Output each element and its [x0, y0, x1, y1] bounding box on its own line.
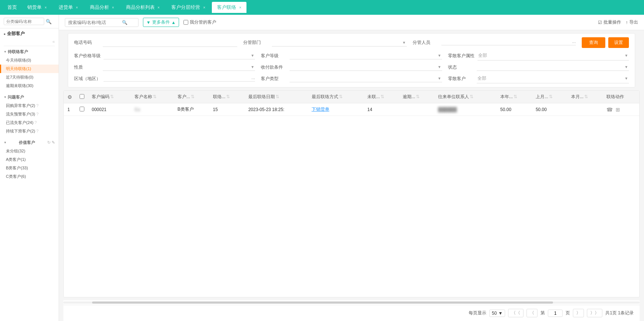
filter-customer-type-label: 客户类型 [261, 76, 287, 82]
filter-phone-label: 电话号码 [74, 39, 100, 46]
select-all-checkbox[interactable] [80, 94, 84, 99]
search-input[interactable] [68, 20, 120, 25]
main-layout: 🔍 全部客户 « 待联络客户 今天待联络(0) 明天待联络(1) 近7天待联络(… [0, 15, 644, 321]
th-checkbox[interactable] [76, 91, 88, 103]
filter-payment-select[interactable]: ▼ [290, 63, 442, 71]
reset-button[interactable]: 设置 [608, 37, 629, 48]
filter-phone-input[interactable] [103, 38, 237, 47]
filter-customer-grade-select[interactable]: ▼ [290, 52, 442, 59]
first-page-btn[interactable]: 〈〈 [508, 309, 524, 317]
nav-item-0[interactable]: 销货单 × [22, 2, 52, 13]
sort-icon[interactable]: ⇅ [416, 94, 420, 99]
close-icon[interactable]: × [239, 6, 241, 10]
filter-price-grade-select[interactable]: ▼ [104, 52, 255, 59]
sidebar-item-c-class[interactable]: C类客户(6) [0, 172, 59, 181]
sidebar-item-at-risk[interactable]: 流失预警客户(3) ? [0, 110, 59, 118]
sidebar-item-today[interactable]: 今天待联络(0) [0, 56, 59, 65]
sidebar-all-customers[interactable]: 全部客户 [0, 28, 59, 39]
scrollbar-thumb[interactable] [92, 301, 553, 304]
sidebar-item-overdue[interactable]: 逾期未联络(30) [0, 82, 59, 90]
td-checkbox[interactable] [76, 103, 88, 116]
sidebar-category-value: 价值客户 ↻ ✎ 未分组(32) A类客户(1) B类客户(33) C类客户(6… [0, 137, 59, 182]
last-page-btn[interactable]: 〉〉 [587, 309, 602, 317]
filter-status-select[interactable]: ▼ [477, 63, 629, 71]
sidebar-item-declining[interactable]: 持续下滑客户(2) ? [0, 127, 59, 135]
td-no-contact: 14 [364, 103, 399, 116]
close-icon[interactable]: × [45, 6, 47, 10]
sort-icon[interactable]: ⇅ [549, 94, 553, 99]
close-icon[interactable]: × [158, 6, 160, 10]
filter-nature-select[interactable]: ▼ [103, 63, 255, 71]
nav-item-5[interactable]: 客户联络 × [212, 2, 246, 13]
sort-icon[interactable]: ⇅ [470, 94, 473, 99]
ellipsis-icon[interactable]: ··· [572, 40, 576, 45]
th-last-contact-method: 最后联络方式⇅ [308, 91, 364, 103]
export-btn[interactable]: ↑ 导出 [626, 19, 638, 25]
value-category-icons[interactable]: ↻ ✎ [47, 140, 55, 145]
sort-icon[interactable]: ⇅ [191, 94, 195, 99]
sort-icon[interactable]: ⇅ [110, 94, 114, 99]
my-customers-checkbox[interactable]: 我分管的客户 [183, 19, 216, 25]
sort-icon[interactable]: ⇅ [339, 94, 343, 99]
sidebar-item-abnormal[interactable]: 回购异常客户(2) ? [0, 101, 59, 110]
nav-home[interactable]: 首页 [4, 2, 21, 13]
page-number-input[interactable] [548, 310, 563, 317]
next-page-btn[interactable]: 〉 [573, 309, 584, 317]
more-conditions-btn[interactable]: ▼ 更多条件 ▲ [143, 18, 179, 27]
batch-operation-btn[interactable]: ☑ 批量操作 [598, 19, 621, 25]
settings-icon[interactable]: ⚙ [67, 94, 72, 100]
nav-item-3[interactable]: 商品分析列表 × [121, 2, 165, 13]
ellipsis-icon[interactable]: ··· [251, 76, 255, 81]
sidebar-item-tomorrow[interactable]: 明天待联络(1) [0, 65, 59, 73]
close-icon[interactable]: × [203, 6, 205, 10]
sidebar-cat-title-problem[interactable]: 问题客户 [0, 93, 59, 101]
filter-status: 状态 ▼ [448, 63, 629, 71]
sidebar-cat-title-pending[interactable]: 待联络客户 [0, 48, 59, 56]
td-name: Ea [131, 103, 174, 116]
sidebar-item-lost[interactable]: 已流失客户(24) ? [0, 118, 59, 127]
grid-action-icon[interactable]: ⊞ [616, 107, 620, 113]
filter-retail-attr-select[interactable]: 全部 ▼ [477, 51, 629, 61]
filter-row-3: 性质 ▼ 收付款条件 ▼ 状态 ▼ [74, 63, 629, 71]
my-customers-check-input[interactable] [183, 20, 188, 25]
filter-region-select[interactable]: ··· [104, 76, 255, 82]
sidebar-collapse-icon[interactable]: « [52, 39, 55, 44]
filter-retail-customer-select[interactable]: 全部 ▼ [477, 74, 629, 83]
sidebar-item-b-class[interactable]: B类客户(33) [0, 164, 59, 172]
phone-action-icon[interactable]: ☎ [606, 107, 613, 113]
filter-area: 电话号码 分管部门 ▼ 分管人员 ··· [68, 33, 635, 87]
sort-icon[interactable]: ⇅ [153, 94, 157, 99]
sidebar-search-icon[interactable]: 🔍 [46, 19, 52, 24]
nav-item-2[interactable]: 商品分析 × [85, 2, 119, 13]
th-settings[interactable]: ⚙ [64, 91, 76, 103]
search-input-wrap[interactable]: 🔍 [65, 18, 139, 27]
nav-item-4[interactable]: 客户分层经营 × [166, 2, 210, 13]
row-checkbox[interactable] [80, 107, 84, 111]
search-icon[interactable]: 🔍 [122, 20, 127, 25]
last-contact-method-link[interactable]: 下销货单 [312, 107, 329, 112]
td-action: ☎ ⊞ [603, 103, 639, 116]
query-button[interactable]: 查询 [582, 37, 605, 48]
close-icon[interactable]: × [76, 6, 78, 10]
sort-icon[interactable]: ⇅ [276, 94, 279, 99]
filter-retail-customer: 零散客户 全部 ▼ [448, 74, 629, 83]
sort-icon[interactable]: ⇅ [514, 94, 517, 99]
sort-icon[interactable]: ⇅ [381, 94, 384, 99]
page-size-select[interactable]: 50 ▼ [489, 310, 505, 317]
sidebar: 🔍 全部客户 « 待联络客户 今天待联络(0) 明天待联络(1) 近7天待联络(… [0, 15, 59, 321]
td-last-month: 50.00 [532, 103, 567, 116]
chevron-down-icon: ▼ [624, 65, 628, 69]
sidebar-search-input[interactable] [4, 18, 44, 25]
sidebar-item-ungrouped[interactable]: 未分组(32) [0, 147, 59, 155]
prev-page-btn[interactable]: 〈 [526, 309, 538, 317]
sidebar-item-a-class[interactable]: A类客户(1) [0, 155, 59, 164]
filter-dept-select[interactable]: ▼ [272, 39, 406, 46]
sort-icon[interactable]: ⇅ [226, 94, 230, 99]
filter-person-select[interactable]: ··· [441, 40, 576, 45]
filter-customer-type-select[interactable]: ▼ [290, 75, 442, 82]
close-icon[interactable]: × [112, 6, 114, 10]
sidebar-item-7days[interactable]: 近7天待联络(0) [0, 73, 59, 82]
sidebar-cat-title-value[interactable]: 价值客户 ↻ ✎ [0, 138, 59, 147]
nav-item-1[interactable]: 进货单 × [53, 2, 83, 13]
sort-icon[interactable]: ⇅ [584, 94, 588, 99]
